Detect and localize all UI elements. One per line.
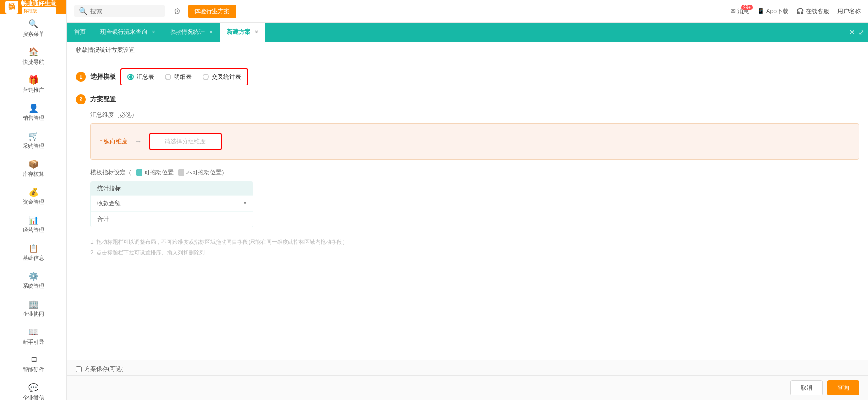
sidebar-item-system[interactable]: ⚙️ 系统管理 [0, 267, 66, 295]
tab-home[interactable]: 首页 [67, 23, 93, 42]
expand-icon[interactable]: ⤢ [859, 28, 864, 37]
gear-icon[interactable]: ⚙ [174, 6, 181, 16]
step1-section: 1 选择模板 汇总表 明细表 交叉统计表 [76, 68, 859, 85]
trial-button[interactable]: 体验行业方案 [188, 5, 236, 18]
tab-bank[interactable]: 现金银行流水查询 × [93, 23, 162, 42]
guide-icon: 📖 [28, 327, 38, 337]
sidebar-item-label: 企业协同 [23, 311, 44, 318]
dimension-section-title: 汇总维度（必选） [90, 111, 859, 119]
sidebar-item-guide[interactable]: 📖 新手引导 [0, 323, 66, 351]
radio-cross-circle [203, 74, 209, 80]
save-checkbox-input[interactable] [76, 366, 82, 372]
radio-detail-label: 明细表 [174, 73, 192, 81]
content-area: 收款情况统计方案设置 1 选择模板 汇总表 明细表 [67, 42, 868, 400]
search-input[interactable] [90, 8, 154, 14]
tab-new-plan[interactable]: 新建方案 × [220, 23, 265, 42]
sidebar-item-label: 资金管理 [23, 198, 44, 206]
tab-stats[interactable]: 收款情况统计 × [162, 23, 220, 42]
sidebar-logo: 畅 畅捷通好生意 标准版 [0, 0, 66, 14]
footer-buttons: 取消 查询 [67, 375, 868, 400]
sales-icon: 👤 [28, 103, 38, 113]
dimension-select[interactable]: 请选择分组维度 [149, 133, 222, 150]
non-draggable-label: 不可拖动位置） [186, 169, 227, 177]
tab-stats-close[interactable]: × [209, 29, 212, 35]
online-service-button[interactable]: 🎧 在线客服 [797, 7, 829, 15]
tip2: 2. 点击标题栏下拉可设置排序、插入列和删除列 [90, 247, 859, 258]
radio-summary-label: 汇总表 [137, 73, 154, 81]
draggable-label: 可拖动位置 [144, 169, 174, 177]
sidebar-item-label: 营销推广 [23, 86, 44, 94]
close-window-icon[interactable]: ✕ [849, 28, 855, 37]
dimension-row-label: * 纵向维度 [100, 137, 127, 146]
tabbar: 首页 现金银行流水查询 × 收款情况统计 × 新建方案 × ✕ ⤢ [67, 23, 868, 42]
draggable-box-icon [136, 169, 142, 176]
hardware-icon: 🖥 [29, 355, 38, 365]
quick-nav-icon: 🏠 [28, 47, 38, 57]
sidebar-item-sales[interactable]: 👤 销售管理 [0, 99, 66, 127]
search-menu-icon: 🔍 [28, 19, 38, 29]
tab-home-label: 首页 [74, 28, 86, 36]
sidebar-item-wechat[interactable]: 💬 企业微信 [0, 378, 66, 400]
metrics-row-0-dropdown[interactable]: ▾ [244, 200, 246, 207]
tips-section: 1. 拖动标题栏可以调整布局，不可跨维度或指标区域拖动同目字段(只能在同一维度或… [90, 236, 859, 258]
sidebar-item-enterprise[interactable]: 🏢 企业协同 [0, 295, 66, 323]
sidebar: 畅 畅捷通好生意 标准版 🔍 搜索菜单 🏠 快捷导航 🎁 营销推广 👤 销售管理… [0, 0, 67, 400]
sidebar-item-hardware[interactable]: 🖥 智能硬件 [0, 351, 66, 378]
marketing-icon: 🎁 [28, 75, 38, 85]
sidebar-item-label: 企业微信 [23, 394, 44, 400]
sidebar-item-inventory[interactable]: 📦 库存核算 [0, 155, 66, 183]
message-badge: 99+ [741, 5, 753, 10]
topbar-search-box[interactable]: 🔍 [74, 5, 165, 17]
wechat-icon: 💬 [28, 383, 38, 393]
metrics-table-header: 统计指标 [91, 182, 253, 195]
metrics-row-0-label: 收款金额 [97, 199, 244, 207]
app-download-button[interactable]: 📱 App下载 [757, 7, 788, 15]
purchase-icon: 🛒 [28, 131, 38, 141]
step1-header: 1 选择模板 汇总表 明细表 交叉统计表 [76, 68, 859, 85]
sidebar-item-purchase[interactable]: 🛒 采购管理 [0, 127, 66, 155]
enterprise-icon: 🏢 [28, 299, 38, 309]
radio-detail[interactable]: 明细表 [165, 73, 192, 81]
message-button[interactable]: ✉ 消息 99+ [731, 7, 749, 15]
sidebar-item-search-menu[interactable]: 🔍 搜索菜单 [0, 14, 66, 42]
step1-title: 选择模板 [90, 73, 116, 81]
operation-icon: 📊 [28, 215, 38, 225]
draggable-indicator: 可拖动位置 [136, 169, 174, 177]
save-checkbox-label[interactable]: 方案保存(可选) [76, 365, 124, 373]
radio-summary-circle [127, 74, 134, 80]
tip1: 1. 拖动标题栏可以调整布局，不可跨维度或指标区域拖动同目字段(只能在同一维度或… [90, 236, 859, 247]
topbar-right: ✉ 消息 99+ 📱 App下载 🎧 在线客服 用户名称 [731, 7, 861, 15]
metrics-section: 模板指标设定（ 可拖动位置 不可拖动位置） [90, 169, 859, 227]
topbar: 🔍 ⚙ 体验行业方案 ✉ 消息 99+ 📱 App下载 🎧 在线客服 用户名称 [67, 0, 868, 23]
sidebar-item-basic[interactable]: 📋 基础信息 [0, 239, 66, 267]
sidebar-item-operation[interactable]: 📊 经营管理 [0, 211, 66, 239]
metrics-row-0: 收款金额 ▾ [91, 195, 253, 211]
tab-bank-label: 现金银行流水查询 [100, 28, 147, 36]
logo-text: 畅捷通好生意 [21, 0, 56, 7]
dimension-area: * 纵向维度 → 请选择分组维度 [90, 123, 859, 160]
step2-title: 方案配置 [90, 95, 116, 104]
sidebar-item-capital[interactable]: 💰 资金管理 [0, 183, 66, 211]
metrics-row-1-label: 合计 [97, 215, 246, 223]
sidebar-item-label: 经营管理 [23, 226, 44, 234]
sidebar-item-label: 搜索菜单 [23, 30, 44, 38]
sidebar-item-marketing[interactable]: 🎁 营销推广 [0, 71, 66, 99]
sidebar-item-label: 系统管理 [23, 282, 44, 290]
message-icon: ✉ [731, 8, 736, 14]
tab-bank-close[interactable]: × [152, 29, 155, 35]
query-button[interactable]: 查询 [827, 380, 859, 395]
system-icon: ⚙️ [28, 271, 38, 281]
cancel-button[interactable]: 取消 [790, 380, 823, 395]
username-label: 用户名称 [837, 7, 861, 15]
step2-num: 2 [76, 94, 86, 104]
breadcrumb-text: 收款情况统计方案设置 [76, 47, 135, 53]
tab-new-plan-close[interactable]: × [255, 29, 258, 35]
sidebar-item-quick-nav[interactable]: 🏠 快捷导航 [0, 42, 66, 71]
radio-summary[interactable]: 汇总表 [127, 73, 154, 81]
metrics-table-header-label: 统计指标 [97, 185, 121, 192]
non-draggable-indicator: 不可拖动位置） [178, 169, 227, 177]
service-icon: 🎧 [797, 8, 804, 14]
radio-cross-label: 交叉统计表 [212, 73, 241, 81]
logo-icon: 畅 [5, 1, 18, 14]
radio-cross[interactable]: 交叉统计表 [203, 73, 241, 81]
